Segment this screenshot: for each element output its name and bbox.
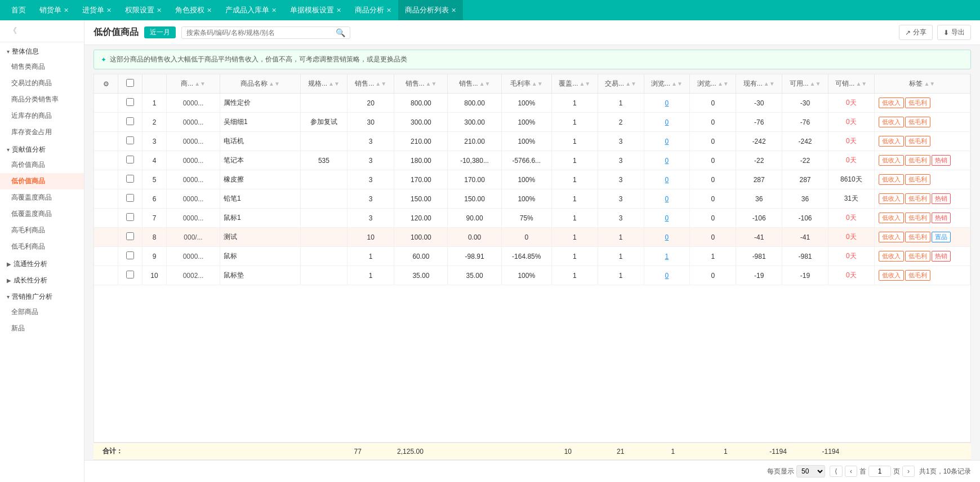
nav-stock-in-close[interactable]: ✕	[271, 7, 277, 14]
row-checkbox[interactable]	[126, 213, 134, 221]
nav-sales-close[interactable]: ✕	[64, 7, 69, 14]
nav-purchase[interactable]: 进货单 ✕	[75, 0, 118, 20]
sidebar-item-low-margin[interactable]: 低毛利商品	[0, 238, 84, 255]
sidebar-item-traded-products[interactable]: 交易过的商品	[0, 75, 84, 91]
row-checkbox[interactable]	[126, 232, 134, 240]
pv-link[interactable]: 0	[665, 195, 669, 203]
product-tag: 置品	[932, 232, 951, 242]
prev-page-button[interactable]: ‹	[845, 466, 857, 477]
row-checkbox[interactable]	[126, 175, 134, 183]
pv-link[interactable]: 0	[665, 214, 669, 222]
sidebar-item-low-stock[interactable]: 近库存的商品	[0, 108, 84, 124]
sidebar-item-category-sales-rate[interactable]: 商品分类销售率	[0, 91, 84, 108]
days-value: 0天	[846, 118, 857, 126]
nav-home[interactable]: 首页	[5, 0, 33, 20]
col-margin-header[interactable]: 毛利率▲▼	[501, 74, 551, 94]
col-sales-cost-header[interactable]: 销售...▲▼	[448, 74, 501, 94]
row-checkbox[interactable]	[126, 251, 134, 259]
nav-permission[interactable]: 权限设置 ✕	[118, 0, 168, 20]
search-icon[interactable]: 🔍	[336, 28, 345, 37]
nav-stock-in[interactable]: 产成品入库单 ✕	[219, 0, 283, 20]
cell-trans: 3	[598, 189, 644, 209]
nav-template[interactable]: 单据模板设置 ✕	[283, 0, 348, 20]
pv-link[interactable]: 0	[665, 176, 669, 184]
first-page-button[interactable]: ⟨	[830, 466, 843, 477]
sidebar-group-value[interactable]: ▾ 贡献值分析	[0, 140, 84, 157]
select-all-checkbox[interactable]	[126, 79, 134, 87]
sidebar-item-high-coverage[interactable]: 高覆盖度商品	[0, 189, 84, 206]
pv-link[interactable]: 0	[665, 138, 669, 145]
col-sales-amt-header[interactable]: 销售...▲▼	[394, 74, 448, 94]
sidebar-group-marketing[interactable]: ▾ 营销推广分析	[0, 288, 84, 304]
row-checkbox[interactable]	[126, 117, 134, 125]
nav-role-close[interactable]: ✕	[207, 7, 212, 14]
nav-product-analysis[interactable]: 商品分析 ✕	[348, 0, 398, 20]
col-sales-qty-header[interactable]: 销售...▲▼	[348, 74, 394, 94]
nav-product-analysis-close[interactable]: ✕	[386, 7, 391, 14]
row-checkbox[interactable]	[126, 98, 134, 106]
col-tag-header[interactable]: 标签▲▼	[874, 74, 970, 94]
col-pv1-header[interactable]: 浏览...▲▼	[644, 74, 690, 94]
total-pv1: 1	[647, 448, 699, 456]
sidebar-item-high-value[interactable]: 高价值商品	[0, 157, 84, 173]
cell-trans: 2	[598, 113, 644, 132]
nav-product-list[interactable]: 商品分析列表 ✕	[398, 0, 463, 20]
export-button[interactable]: ⬇ 导出	[937, 25, 971, 40]
nav-product-list-close[interactable]: ✕	[451, 7, 456, 14]
pv-link[interactable]: 0	[665, 157, 669, 165]
col-sellable-header[interactable]: 可销...▲▼	[828, 74, 874, 94]
sidebar-item-new-products[interactable]: 新品	[0, 320, 84, 337]
cell-coverage: 1	[551, 113, 598, 132]
col-avail-header[interactable]: 可用...▲▼	[782, 74, 828, 94]
row-checkbox[interactable]	[126, 136, 134, 144]
cell-margin: 100%	[501, 189, 551, 209]
sidebar-item-all-products[interactable]: 全部商品	[0, 304, 84, 320]
sidebar-collapse-btn[interactable]: 《	[5, 24, 21, 38]
col-coverage-header[interactable]: 覆盖...▲▼	[551, 74, 598, 94]
sidebar-group-flow[interactable]: ▶ 流通性分析	[0, 255, 84, 271]
cell-stock: -41	[736, 228, 782, 247]
row-checkbox[interactable]	[126, 194, 134, 202]
sidebar-item-low-value[interactable]: 低价值商品	[0, 173, 84, 189]
sidebar-item-low-coverage[interactable]: 低覆盖度商品	[0, 206, 84, 222]
next-page-button[interactable]: ›	[902, 466, 915, 477]
col-num	[142, 74, 167, 94]
product-tag: 低收入	[879, 136, 904, 147]
col-spec-header[interactable]: 规格...▲▼	[300, 74, 347, 94]
col-stock-header[interactable]: 现有...▲▼	[736, 74, 782, 94]
col-name-header[interactable]: 商品名称▲▼	[220, 74, 301, 94]
sidebar-item-sales-products[interactable]: 销售类商品	[0, 59, 84, 75]
search-input[interactable]	[186, 29, 333, 37]
period-button[interactable]: 近一月	[144, 26, 176, 38]
page-number-input[interactable]	[868, 466, 891, 477]
cell-sales-qty: 10	[348, 228, 394, 247]
pv-link[interactable]: 1	[665, 253, 669, 260]
cell-code: 000/...	[166, 228, 220, 247]
sidebar-item-high-margin[interactable]: 高毛利商品	[0, 222, 84, 238]
row-checkbox[interactable]	[126, 156, 134, 163]
nav-sales[interactable]: 销货单 ✕	[33, 0, 75, 20]
nav-permission-close[interactable]: ✕	[157, 7, 162, 14]
cell-sellable: 8610天	[828, 170, 874, 189]
row-checkbox[interactable]	[126, 271, 134, 278]
product-tag: 低收入	[879, 98, 904, 108]
pv-link[interactable]: 0	[665, 99, 669, 107]
nav-template-close[interactable]: ✕	[336, 7, 341, 14]
pv-link[interactable]: 0	[665, 233, 669, 241]
share-button[interactable]: ↗ 分享	[899, 25, 933, 40]
pv-link[interactable]: 0	[665, 118, 669, 126]
col-trans-header[interactable]: 交易...▲▼	[598, 74, 644, 94]
sidebar-group-growth[interactable]: ▶ 成长性分析	[0, 271, 84, 288]
col-settings[interactable]: ⚙	[94, 74, 118, 94]
sidebar-item-stock-funds[interactable]: 库存资金占用	[0, 124, 84, 140]
cell-sales-cost: 300.00	[448, 113, 501, 132]
per-page-select[interactable]: 50 100 200	[796, 465, 825, 477]
nav-purchase-close[interactable]: ✕	[106, 7, 112, 14]
nav-role[interactable]: 角色授权 ✕	[168, 0, 219, 20]
col-pv2-header[interactable]: 浏览...▲▼	[690, 74, 736, 94]
cell-tag: 低收入低毛利热销	[874, 247, 970, 266]
cell-avail: -981	[782, 247, 828, 266]
col-code-header[interactable]: 商...▲▼	[166, 74, 220, 94]
pv-link[interactable]: 0	[665, 272, 669, 280]
sidebar-group-overall[interactable]: ▾ 整体信息	[0, 42, 84, 59]
